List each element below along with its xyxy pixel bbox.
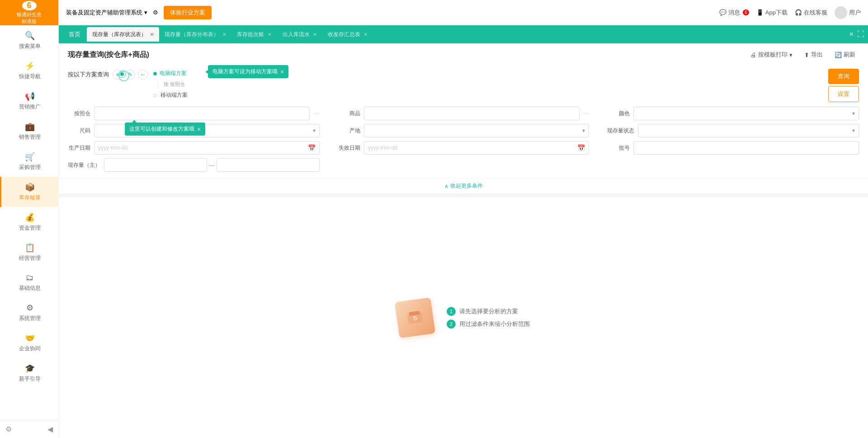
sidebar-item-operation[interactable]: 📋 经营管理 xyxy=(0,237,58,268)
export-button[interactable]: ⬆ 导出 xyxy=(801,49,826,61)
sidebar-item-search[interactable]: 🔍 搜索菜单 xyxy=(0,25,58,56)
scheme-item-mobile[interactable]: 移动端方案 xyxy=(151,90,189,100)
size-arrow-icon: ▾ xyxy=(313,127,316,134)
warehouse-label: 按照仓 xyxy=(68,110,90,118)
filter-mfg-date: 生产日期 yyyy-mm-dd 📅 xyxy=(68,141,320,155)
page-actions: 🖨 按模板打印 ▾ ⬆ 导出 🔄 刷新 xyxy=(747,49,859,61)
mfg-date-input[interactable]: yyyy-mm-dd 📅 xyxy=(94,141,320,155)
logo: 6 畅通好生意 标准版 xyxy=(0,0,58,25)
print-button[interactable]: 🖨 按模板打印 ▾ xyxy=(747,49,796,61)
filter-stock-qty: 现存量（主） — xyxy=(68,158,320,172)
tab-close-icon[interactable]: × xyxy=(222,31,226,38)
tooltip-edit-close[interactable]: × xyxy=(197,126,201,133)
stock-status-arrow-icon: ▾ xyxy=(852,127,855,134)
empty-steps: 1 请先选择要分析的方案 2 用过滤条件来缩小分析范围 xyxy=(447,307,530,329)
system-name-selector[interactable]: 装备及固定资产辅助管理系统 ▾ xyxy=(66,9,147,17)
sidebar-item-enterprise[interactable]: 🤝 企业协同 xyxy=(0,328,58,358)
tab-close-icon[interactable]: × xyxy=(268,31,271,38)
scheme-dot-icon xyxy=(153,72,157,75)
empty-icon-wrap xyxy=(397,300,433,336)
scheme-sub-item[interactable]: 按 按照仓 xyxy=(162,80,189,89)
search-button[interactable]: 查询 xyxy=(828,69,859,84)
product-dots[interactable]: ··· xyxy=(583,109,589,118)
topbar-right: 💬 消息 6 📱 App下载 🎧 在线客服 用户 xyxy=(719,6,861,19)
filter-row-3: 生产日期 yyyy-mm-dd 📅 失效日期 yyyy-mm-dd 📅 xyxy=(68,141,859,155)
collapse-sidebar-btn[interactable]: ◀ xyxy=(47,425,53,433)
sidebar-item-sales[interactable]: 💼 销售管理 xyxy=(0,116,58,146)
scheme-list: 电脑端方案 按 按照仓 移动端方案 xyxy=(151,69,189,100)
message-button[interactable]: 💬 消息 6 xyxy=(719,9,749,17)
tab-collect-summary[interactable]: 收发存汇总表 × xyxy=(322,27,373,42)
online-service-button[interactable]: 🎧 在线客服 xyxy=(795,9,827,17)
trial-button[interactable]: 体验行业方案 xyxy=(164,6,212,19)
collapse-bar[interactable]: ∧ 收起更多条件 xyxy=(59,178,868,193)
tab-inventory-status[interactable]: 现存量（库存状况表） × xyxy=(87,27,159,42)
calendar-icon: 📅 xyxy=(308,144,316,151)
tooltip-edit: 这里可以创建和修改方案哦 × xyxy=(125,122,205,136)
batch-input[interactable] xyxy=(633,141,859,155)
filter-scheme-label: 按以下方案查询 xyxy=(68,69,109,79)
tab-close-icon[interactable]: × xyxy=(313,31,317,38)
scheme-item-pc[interactable]: 电脑端方案 xyxy=(151,69,189,78)
sidebar-item-purchase[interactable]: 🛒 采购管理 xyxy=(0,146,58,177)
printer-icon: 🖨 xyxy=(750,52,756,58)
page-title: 现存量查询(按仓库+商品) xyxy=(68,50,149,60)
finance-icon: 💰 xyxy=(25,212,35,222)
guide-dot xyxy=(119,71,125,77)
reset-button[interactable]: 设置 xyxy=(828,86,859,102)
stock-status-select[interactable]: ▾ xyxy=(638,124,859,137)
stock-status-label: 现存量状态 xyxy=(607,127,634,135)
tab-home[interactable]: 首页 xyxy=(62,27,87,42)
settings-icon[interactable]: ⚙ xyxy=(153,9,158,16)
topbar-left: 装备及固定资产辅助管理系统 ▾ ⚙ 体验行业方案 xyxy=(66,6,212,19)
filter-row-4: 现存量（主） — xyxy=(68,158,859,172)
sidebar-item-system[interactable]: ⚙ 系统管理 xyxy=(0,297,58,328)
fullscreen-icon[interactable]: ⛶ xyxy=(857,30,864,38)
calendar-icon-2: 📅 xyxy=(577,144,585,151)
warehouse-dots[interactable]: ··· xyxy=(313,109,319,118)
sidebar-item-marketing[interactable]: 📢 营销推广 xyxy=(0,86,58,116)
filter-product: 商品 ··· xyxy=(338,107,590,120)
settings-btn[interactable]: ⚙ xyxy=(5,425,12,433)
filter-warehouse: 按照仓 ··· xyxy=(68,107,320,120)
sidebar-item-newbie[interactable]: 🎓 新手引导 xyxy=(0,358,58,388)
stock-qty-max[interactable] xyxy=(217,158,320,172)
user-profile-button[interactable]: 用户 xyxy=(835,6,861,19)
refresh-button[interactable]: 🔄 刷新 xyxy=(831,49,859,61)
back-scheme-button[interactable]: ← xyxy=(138,70,148,80)
tabbar-right: × ⛶ xyxy=(849,30,864,38)
export-icon: ⬆ xyxy=(804,52,809,58)
warehouse-select[interactable] xyxy=(94,107,310,120)
sidebar: 6 畅通好生意 标准版 🔍 搜索菜单 ⚡ 快捷导航 📢 营销推广 💼 销售管理 … xyxy=(0,0,59,438)
phone-icon: 📱 xyxy=(756,9,764,16)
close-all-tabs-icon[interactable]: × xyxy=(849,30,854,38)
tooltip-pc-close[interactable]: × xyxy=(280,68,284,75)
message-badge: 6 xyxy=(743,9,749,15)
stock-qty-min[interactable] xyxy=(104,158,207,172)
stock-qty-range: — xyxy=(104,158,320,172)
app-download-button[interactable]: 📱 App下载 xyxy=(756,9,788,17)
tab-batch[interactable]: 库存批次账 × xyxy=(231,27,277,42)
color-select[interactable]: ▾ xyxy=(633,107,859,120)
color-label: 颜色 xyxy=(607,110,630,118)
exp-date-input[interactable]: yyyy-mm-dd 📅 xyxy=(364,141,590,155)
tabbar: 首页 现存量（库存状况表） × 现存量（库存分布表） × 库存批次账 × 出入库… xyxy=(59,25,868,43)
origin-label: 产地 xyxy=(338,127,360,135)
product-select[interactable] xyxy=(364,107,580,120)
system-name-label: 装备及固定资产辅助管理系统 xyxy=(66,9,142,17)
origin-select[interactable]: ▾ xyxy=(364,124,590,137)
mfg-date-label: 生产日期 xyxy=(68,144,90,152)
empty-state: 1 请先选择要分析的方案 2 用过滤条件来缩小分析范围 xyxy=(59,197,868,438)
tab-inventory-dist[interactable]: 现存量（库存分布表） × xyxy=(159,27,231,42)
sidebar-item-basic[interactable]: 🗂 基础信息 xyxy=(0,268,58,297)
basic-icon: 🗂 xyxy=(26,273,34,283)
sidebar-item-finance[interactable]: 💰 资金管理 xyxy=(0,207,58,237)
sidebar-item-guide[interactable]: ⚡ 快捷导航 xyxy=(0,56,58,86)
marketing-icon: 📢 xyxy=(25,91,35,101)
tab-close-icon[interactable]: × xyxy=(150,31,154,38)
tab-close-icon[interactable]: × xyxy=(364,31,368,38)
dropdown-arrow-icon: ▾ xyxy=(144,9,147,16)
tab-inout-flow[interactable]: 出入库流水 × xyxy=(277,27,322,42)
size-label: 尺码 xyxy=(68,127,90,135)
sidebar-item-inventory[interactable]: 📦 库存核算 xyxy=(0,177,58,207)
